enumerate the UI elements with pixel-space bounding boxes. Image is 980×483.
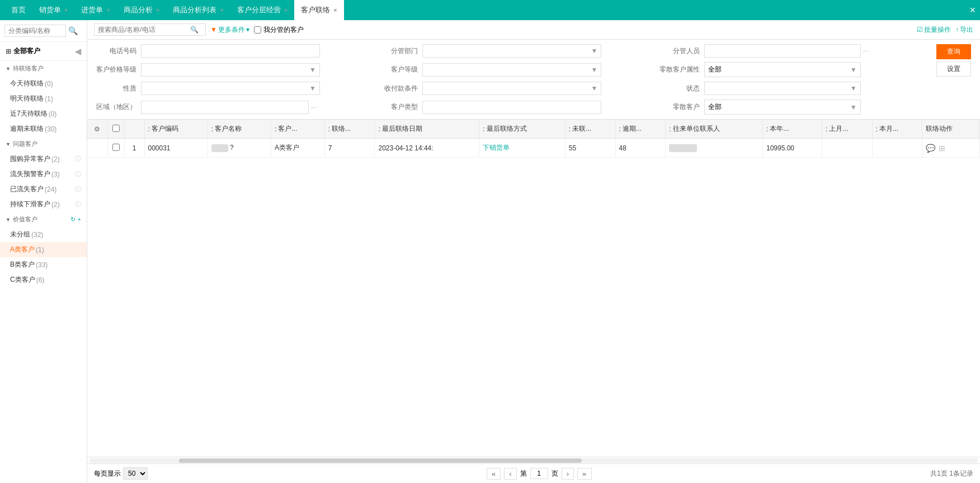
group-value-customers[interactable]: ▼ 价值客户 ↻ + — [0, 212, 87, 227]
manager-dots-icon[interactable]: ··· — [861, 47, 871, 55]
page-number-input[interactable] — [530, 468, 548, 479]
adv-filter-panel: 电话号码 分管部门 ▼ 分管人员 — [87, 40, 980, 120]
more-conditions-btn[interactable]: ▼ 更多条件 ▾ — [210, 25, 249, 35]
col-checkbox[interactable] — [107, 120, 124, 139]
close-customer-segment[interactable]: × — [284, 7, 288, 13]
row-checkbox[interactable] — [112, 144, 120, 151]
sidebar-item-hoarding[interactable]: 囤购异常客户(2) ⓘ — [0, 151, 87, 167]
col-last-method: : 最后联络方式 — [479, 120, 566, 139]
all-customers-header[interactable]: ⊞ 全部客户 ◀ — [0, 42, 87, 61]
table-container: ⚙ : 客户编码 — [87, 120, 980, 457]
retail-attr-arrow-icon: ▼ — [850, 66, 857, 74]
row-checkbox-cell[interactable] — [107, 139, 124, 158]
sidebar-item-tomorrow[interactable]: 明天待联络(1) — [0, 91, 87, 106]
my-customers-check[interactable] — [254, 26, 261, 34]
nature-select[interactable]: ▼ — [141, 82, 320, 95]
row-last-date-cell: 2023-04-12 14:44: — [375, 139, 479, 158]
row-type-cell: A类客户 — [271, 139, 324, 158]
filter-phone: 电话号码 — [96, 44, 366, 58]
nav-purchase-order[interactable]: 进货单 × — [74, 0, 116, 20]
refresh-value-icon[interactable]: ↻ — [70, 216, 76, 223]
grid-icon: ⊞ — [6, 48, 11, 55]
nav-customer-contact[interactable]: 客户联络 × — [294, 0, 343, 20]
nav-right: × — [969, 4, 976, 16]
sidebar-item-overdue[interactable]: 逾期未联络(30) — [0, 121, 87, 136]
nav-product-analysis[interactable]: 商品分析 × — [117, 0, 166, 20]
nav-sales-order[interactable]: 销货单 × — [32, 0, 74, 20]
nav-customer-segment[interactable]: 客户分层经营 × — [230, 0, 294, 20]
col-type: : 客户... — [271, 120, 324, 139]
sidebar-item-churned[interactable]: 已流失客户(24) ⓘ — [0, 182, 87, 197]
action-icons: 💬 ⊞ — [926, 144, 976, 153]
first-page-btn[interactable]: « — [487, 468, 501, 480]
filter-search-input[interactable] — [98, 26, 190, 34]
unit-contact-masked — [669, 144, 697, 152]
filter-region: 区域（地区） ··· — [96, 101, 366, 114]
sidebar-item-unclassified[interactable]: 未分组(32) — [0, 227, 87, 242]
sidebar-item-churn-warning[interactable]: 流失预警客户(3) ⓘ — [0, 167, 87, 182]
next-page-btn[interactable]: › — [562, 468, 574, 480]
scroll-thumb[interactable] — [179, 458, 582, 463]
filter-row-2: 客户价格等级 ▼ 客户等级 ▼ — [96, 62, 930, 77]
payment-select[interactable]: ▼ — [422, 82, 601, 95]
sidebar-search-input[interactable] — [4, 25, 66, 37]
col-contact: : 联络... — [324, 120, 375, 139]
retail-attr-select[interactable]: 全部 ▼ — [704, 62, 861, 77]
sidebar-item-class-b[interactable]: B类客户(33) — [0, 257, 87, 272]
status-select[interactable]: ▼ — [704, 82, 861, 95]
row-uncontacted-cell: 55 — [565, 139, 615, 158]
sidebar-search-area: 🔍 — [0, 20, 87, 42]
my-customers-checkbox[interactable]: 我分管的客户 — [254, 25, 304, 35]
close-purchase-order[interactable]: × — [106, 7, 110, 13]
select-all-checkbox[interactable] — [112, 125, 120, 132]
scroll-track — [89, 458, 978, 463]
collapse-sidebar-icon[interactable]: ◀ — [75, 47, 81, 56]
retail-customer-select[interactable]: 全部 ▼ — [704, 100, 861, 115]
batch-op-btn[interactable]: ☑ 批量操作 — [917, 25, 951, 35]
close-sales-order[interactable]: × — [64, 7, 68, 13]
help-icon-4: ⓘ — [75, 200, 81, 209]
triangle-icon3: ▼ — [6, 217, 11, 222]
close-product-analysis[interactable]: × — [156, 7, 159, 13]
settings-button[interactable]: 设置 — [936, 61, 971, 77]
price-level-select[interactable]: ▼ — [141, 63, 320, 77]
col-name: : 客户名称 — [208, 120, 271, 139]
close-product-list[interactable]: × — [220, 7, 223, 13]
per-page-select[interactable]: 50 — [123, 467, 148, 480]
sidebar-item-today[interactable]: 今天待联络(0) — [0, 76, 87, 91]
sidebar-item-7days[interactable]: 近7天待联络(0) — [0, 106, 87, 121]
customer-level-select[interactable]: ▼ — [422, 63, 601, 77]
prev-page-btn[interactable]: ‹ — [504, 468, 516, 480]
query-button[interactable]: 查询 — [936, 44, 971, 59]
region-input[interactable] — [141, 101, 309, 114]
gear-settings-icon[interactable]: ⚙ — [94, 125, 100, 133]
nav-home[interactable]: 首页 — [4, 0, 32, 20]
customer-type-input[interactable] — [422, 101, 601, 114]
last-method-link[interactable]: 下销货单 — [483, 144, 510, 151]
chat-icon[interactable]: 💬 — [926, 144, 935, 153]
col-settings[interactable]: ⚙ — [87, 120, 107, 139]
export-btn[interactable]: ↑ 导出 — [955, 25, 973, 35]
share-icon[interactable]: ⊞ — [939, 144, 945, 153]
region-dots-icon[interactable]: ··· — [309, 103, 319, 111]
nav-product-analysis-list[interactable]: 商品分析列表 × — [166, 0, 230, 20]
sidebar-item-class-c[interactable]: C类客户(6) — [0, 272, 87, 287]
close-customer-contact[interactable]: × — [333, 7, 337, 13]
dept-select[interactable]: ▼ — [422, 44, 601, 58]
sidebar-item-class-a[interactable]: A类客户(1) — [0, 242, 87, 257]
sidebar-search-icon[interactable]: 🔍 — [68, 26, 78, 35]
group-problem-customers[interactable]: ▼ 问题客户 — [0, 136, 87, 151]
row-this-year-cell: 10995.00 — [762, 139, 822, 158]
sidebar-item-declining[interactable]: 持续下滑客户(2) ⓘ — [0, 197, 87, 212]
horizontal-scrollbar[interactable] — [87, 457, 980, 463]
filter-customer-level: 客户等级 ▼ — [378, 63, 648, 77]
col-last-month: : 上月... — [822, 120, 872, 139]
last-page-btn[interactable]: » — [577, 468, 591, 480]
filter-search-icon[interactable]: 🔍 — [190, 26, 199, 34]
add-value-icon[interactable]: + — [78, 216, 81, 223]
manager-input[interactable] — [704, 44, 861, 58]
group-pending-contact[interactable]: ▼ 待联络客户 — [0, 61, 87, 76]
window-close-icon[interactable]: × — [969, 4, 976, 16]
col-this-month: : 本月... — [872, 120, 922, 139]
phone-input[interactable] — [141, 44, 320, 58]
